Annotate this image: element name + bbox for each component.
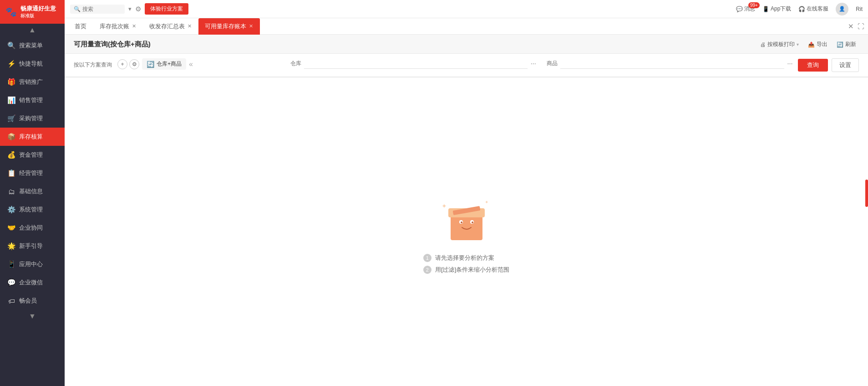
goods-filter-group: 商品 ···: [547, 58, 792, 69]
tab-batch-ledger-label: 库存批次账: [100, 22, 129, 31]
refresh-button[interactable]: 🔄 刷新: [834, 39, 859, 50]
guide-icon: 🌟: [7, 242, 15, 250]
tab-available-ledger[interactable]: 可用量库存账本 ✕: [198, 18, 260, 35]
sidebar-item-finance[interactable]: 💰 资金管理: [0, 146, 65, 164]
sidebar-item-label: 企业协同: [19, 224, 43, 232]
settings-button[interactable]: 设置: [832, 58, 859, 72]
sidebar-scroll-up[interactable]: ▲: [0, 24, 65, 36]
sidebar-item-sales[interactable]: 📊 销售管理: [0, 91, 65, 109]
app-download-button[interactable]: 📱 App下载: [762, 5, 791, 13]
sidebar-item-inventory[interactable]: 📦 库存核算: [0, 128, 65, 146]
scheme-actions: + ⚙: [117, 59, 139, 69]
topbar-gear-icon[interactable]: ⚙: [135, 5, 141, 13]
sidebar-item-guide[interactable]: 🌟 新手引导: [0, 237, 65, 255]
tab-available-ledger-close[interactable]: ✕: [249, 23, 253, 29]
expand-tabs-button[interactable]: ⛶: [858, 22, 864, 30]
sidebar-item-member[interactable]: 🏷 畅会员: [0, 292, 65, 310]
close-all-tabs-button[interactable]: ✕: [848, 22, 854, 31]
sidebar-item-purchase[interactable]: 🛒 采购管理: [0, 109, 65, 128]
sidebar-item-label: 应用中心: [19, 260, 43, 268]
sidebar-scroll-down[interactable]: ▼: [0, 310, 65, 323]
query-area: 按以下方案查询 + ⚙ 🔄 仓库+商品 «: [65, 54, 868, 77]
scheme-collapse-button[interactable]: «: [189, 60, 193, 68]
topbar-search-box[interactable]: 🔍: [70, 5, 125, 14]
sidebar-item-wechat[interactable]: 💬 企业微信: [0, 273, 65, 292]
export-label: 导出: [817, 41, 827, 48]
warehouse-filter-input[interactable]: [304, 58, 528, 69]
export-button[interactable]: 📤 导出: [805, 39, 830, 50]
filter-inputs: 仓库 ··· 商品 ···: [290, 58, 792, 69]
svg-text:✦: ✦: [478, 212, 481, 216]
shortcut-icon: ⚡: [7, 60, 15, 68]
empty-hint-1: 1 请先选择要分析的方案: [423, 254, 509, 262]
service-label: 在线客服: [807, 5, 828, 13]
topbar-right: 💬 消息 99+ 📱 App下载 🎧 在线客服 👤 Rit: [736, 3, 863, 15]
sidebar-item-label: 畅会员: [19, 297, 37, 305]
tabs-right-actions: ✕ ⛶: [848, 22, 864, 31]
sidebar-item-label: 销售管理: [19, 96, 43, 104]
tab-recv-summary[interactable]: 收发存汇总表 ✕: [143, 18, 198, 35]
add-icon: +: [121, 61, 124, 67]
right-accent-bar: [865, 180, 868, 207]
warehouse-filter-more[interactable]: ···: [530, 59, 536, 68]
goods-filter-input[interactable]: [560, 58, 784, 69]
sidebar-item-basic[interactable]: 🗂 基础信息: [0, 182, 65, 201]
topbar: 🔍 ▾ ⚙ 体验行业方案 💬 消息 99+ 📱 App下载 🎧 在线客服 👤 R…: [65, 0, 868, 18]
settings-icon: ⚙: [132, 61, 137, 67]
empty-hints: 1 请先选择要分析的方案 2 用[过滤]条件来缩小分析范围: [423, 254, 509, 274]
message-icon: 💬: [736, 6, 743, 12]
sidebar-item-label: 企业微信: [19, 278, 43, 287]
add-scheme-button[interactable]: +: [117, 59, 127, 69]
sidebar-item-system[interactable]: ⚙️ 系统管理: [0, 201, 65, 219]
sidebar-item-label: 搜索菜单: [19, 41, 43, 50]
query-button[interactable]: 查询: [798, 59, 828, 72]
goods-filter-more[interactable]: ···: [787, 59, 792, 68]
app-download-label: App下载: [771, 5, 791, 13]
tab-batch-ledger[interactable]: 库存批次账 ✕: [93, 18, 143, 35]
print-template-button[interactable]: 🖨 按模板打印 ▾: [757, 39, 802, 50]
empty-state-area: ✦ ✦ ✦ 1 请先选择要分析的方案 2 用[过滤]条件来缩小分析范围: [65, 77, 868, 386]
sidebar-item-operations[interactable]: 📋 经营管理: [0, 164, 65, 182]
tab-batch-ledger-close[interactable]: ✕: [132, 23, 136, 29]
export-icon: 📤: [808, 41, 815, 48]
empty-svg: ✦ ✦ ✦: [439, 190, 494, 245]
member-icon: 🏷: [7, 297, 15, 305]
empty-hint-2: 2 用[过滤]条件来缩小分析范围: [423, 266, 509, 274]
topbar-search-input[interactable]: [82, 6, 119, 12]
message-button[interactable]: 💬 消息 99+: [736, 5, 755, 13]
empty-hint-2-text: 用[过滤]条件来缩小分析范围: [435, 266, 509, 274]
svg-rect-0: [451, 215, 482, 240]
print-icon: 🖨: [760, 41, 766, 48]
brand-name: 畅康通好生意: [20, 5, 56, 13]
hint-num-2: 2: [423, 266, 431, 274]
sidebar-item-coop[interactable]: 🤝 企业协同: [0, 219, 65, 237]
online-service-button[interactable]: 🎧 在线客服: [798, 5, 828, 13]
industry-solution-button[interactable]: 体验行业方案: [145, 3, 188, 15]
warehouse-filter-group: 仓库 ···: [290, 58, 536, 69]
tab-home[interactable]: 首页: [68, 18, 93, 35]
apps-icon: 📱: [7, 260, 15, 268]
topbar-dropdown-arrow[interactable]: ▾: [128, 5, 132, 12]
refresh-icon: 🔄: [837, 41, 843, 48]
svg-point-6: [472, 221, 473, 223]
purchase-icon: 🛒: [7, 114, 15, 123]
scheme-chip-warehouse-goods[interactable]: 🔄 仓库+商品: [142, 58, 186, 70]
sidebar-item-search[interactable]: 🔍 搜索菜单: [0, 36, 65, 55]
warehouse-filter-label: 仓库: [290, 60, 301, 67]
tab-home-label: 首页: [75, 22, 86, 31]
scheme-settings-button[interactable]: ⚙: [129, 59, 139, 69]
print-label: 按模板打印: [767, 41, 795, 48]
query-schemes: + ⚙ 🔄 仓库+商品 «: [117, 58, 285, 70]
svg-text:✦: ✦: [442, 202, 447, 210]
sidebar-item-marketing[interactable]: 🎁 营销推广: [0, 73, 65, 91]
sidebar-item-apps[interactable]: 📱 应用中心: [0, 255, 65, 273]
empty-illustration: ✦ ✦ ✦: [439, 190, 494, 245]
query-section: 按以下方案查询 + ⚙ 🔄 仓库+商品 «: [65, 54, 868, 77]
tab-recv-summary-close[interactable]: ✕: [188, 23, 192, 29]
username[interactable]: Rit: [856, 6, 863, 12]
hint-num-1: 1: [423, 254, 431, 262]
inventory-icon: 📦: [7, 133, 15, 141]
sidebar-item-shortcut[interactable]: ⚡ 快捷导航: [0, 55, 65, 73]
print-dropdown-icon: ▾: [797, 42, 799, 47]
sidebar-item-label: 采购管理: [19, 114, 43, 123]
